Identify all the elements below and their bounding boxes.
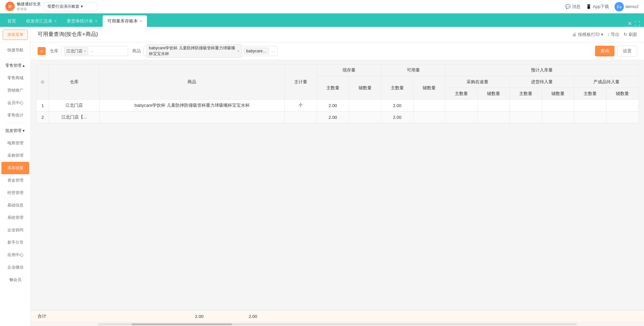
refresh-btn[interactable]: ↻ 刷新 bbox=[624, 32, 637, 38]
sidebar-item-enterprise-wechat[interactable]: 企业微信 bbox=[1, 261, 29, 274]
tab-home[interactable]: 首页 bbox=[3, 15, 21, 27]
sidebar-quick-nav-label: 快捷导航 bbox=[7, 48, 23, 52]
row1-index: 1 bbox=[37, 100, 49, 111]
retail-mgmt-label: 零售管理 bbox=[5, 63, 21, 68]
sidebar-item-basic-info[interactable]: 基础信息 bbox=[1, 199, 29, 212]
sidebar-item-retail-mgmt[interactable]: 零售管理 ▲ bbox=[1, 59, 29, 72]
row2-available-main: 2.00 bbox=[381, 111, 413, 123]
row1-ip-main bbox=[510, 100, 542, 111]
export-icon: ↑ bbox=[607, 32, 610, 37]
row1-ip-sub bbox=[542, 100, 574, 111]
row1-pp-main bbox=[574, 100, 606, 111]
row2-current-sub bbox=[349, 111, 381, 123]
sidebar-item-system-mgmt[interactable]: 系统管理 bbox=[1, 212, 29, 224]
sidebar-item-member-center[interactable]: 会员中心 bbox=[1, 97, 29, 109]
product-tag-1-value: babycare学饮杯 儿童防摔防撞吸管杯重力球吸嘴杯宝宝水杯 bbox=[149, 45, 236, 57]
tab-available-inventory[interactable]: 可用量库存账本 × bbox=[103, 15, 147, 27]
enterprise-wechat-label: 企业微信 bbox=[7, 265, 23, 270]
sidebar-item-quick-nav[interactable]: 快捷导航 bbox=[1, 44, 29, 56]
bottom-scrollbar[interactable] bbox=[31, 322, 644, 326]
sidebar-item-enterprise-collab[interactable]: 企业协同 bbox=[1, 224, 29, 236]
export-btn[interactable]: ↑ 导出 bbox=[607, 32, 620, 38]
wholesale-mgmt-label: 批发管理 bbox=[5, 128, 21, 134]
row2-warehouse: 江北门店【... bbox=[49, 111, 100, 123]
table-row: 2 江北门店【... 2.00 2.00 bbox=[37, 111, 639, 123]
product-filter-input[interactable]: babycare学饮杯 儿童防摔防撞吸管杯重力球吸嘴杯宝宝水杯 × babyca… bbox=[144, 46, 278, 56]
table-settings-icon[interactable]: ⚙ bbox=[41, 80, 45, 85]
username: demo2 bbox=[625, 4, 639, 9]
filter-actions: 查询 设置 bbox=[595, 46, 637, 56]
row1-current-main: 2.00 bbox=[317, 100, 349, 111]
row2-index: 2 bbox=[37, 111, 49, 123]
row1-main-unit: 个 bbox=[284, 100, 317, 111]
window-controls: ✕ ⛶ bbox=[628, 20, 644, 27]
scroll-thumb[interactable] bbox=[131, 323, 232, 325]
col-available-sub-header: 辅数量 bbox=[413, 76, 445, 100]
sidebar-item-retail-mall[interactable]: 零售商城 bbox=[1, 72, 29, 84]
col-ip-sub-header: 辅数量 bbox=[542, 88, 574, 100]
row1-current-sub bbox=[349, 100, 381, 111]
warehouse-dots[interactable]: ··· bbox=[90, 49, 94, 54]
row2-pp-sub bbox=[606, 111, 639, 123]
message-icon: 💬 bbox=[565, 4, 571, 9]
sidebar-item-app-center[interactable]: 应用中心 bbox=[1, 249, 29, 261]
logo-text: 畅捷通好生意 bbox=[17, 2, 41, 6]
sidebar-item-inventory[interactable]: 库存核算 bbox=[1, 162, 29, 174]
warehouse-tag: 江北门店 × bbox=[64, 47, 88, 55]
sidebar-item-retail-stats[interactable]: 零售统计 bbox=[1, 109, 29, 122]
tab-receive-summary[interactable]: 收发存汇总表 × bbox=[21, 15, 61, 27]
maximize-window-btn[interactable]: ⛶ bbox=[635, 21, 640, 27]
warehouse-filter-group: 仓库 江北门店 × ··· bbox=[50, 46, 128, 56]
content-area: 可用量查询(按仓库+商品) 🖨 按模板打印 ▾ ↑ 导出 ↻ 刷新 » bbox=[31, 27, 644, 326]
col-product-pending-header: 产成品待入量 bbox=[574, 76, 639, 88]
query-btn[interactable]: 查询 bbox=[595, 46, 614, 56]
tab-order-stats[interactable]: 要货单统计表 × bbox=[62, 15, 102, 27]
org-selector[interactable]: 母婴行业演示账套 ▾ bbox=[44, 2, 97, 11]
nav-tabs: 首页 收发存汇总表 × 要货单统计表 × 可用量库存账本 × ✕ ⛶ bbox=[0, 13, 644, 27]
warehouse-filter-input[interactable]: 江北门店 × ··· bbox=[61, 46, 128, 56]
expand-filter-btn[interactable]: » bbox=[38, 47, 46, 55]
tab-order-stats-close[interactable]: × bbox=[95, 19, 97, 24]
row2-current-main: 2.00 bbox=[317, 111, 349, 123]
product-filter-label: 商品 bbox=[132, 48, 141, 54]
footer-values: 2.00 2.00 bbox=[85, 314, 640, 319]
tab-receive-summary-label: 收发存汇总表 bbox=[26, 18, 52, 24]
finance-label: 资金管理 bbox=[7, 178, 23, 183]
table-row: 1 江北门店 babycare学饮杯 儿童防摔防撞吸管杯重力球吸嘴杯宝宝水杯 个… bbox=[37, 100, 639, 111]
tab-available-inventory-close[interactable]: × bbox=[140, 19, 142, 24]
avatar-text: Ea bbox=[617, 5, 622, 9]
sidebar-item-new-guide[interactable]: 新手引导 bbox=[1, 236, 29, 249]
print-icon: 🖨 bbox=[572, 32, 577, 37]
print-btn[interactable]: 🖨 按模板打印 ▾ bbox=[572, 32, 603, 38]
sidebar-item-finance[interactable]: 资金管理 bbox=[1, 174, 29, 187]
top-bar-left: 好 畅捷通好生意 标准版 母婴行业演示账套 ▾ bbox=[5, 2, 97, 11]
sidebar-item-marketing[interactable]: 营销推广 bbox=[1, 84, 29, 97]
product-tag-2-value: babycare… bbox=[246, 49, 267, 53]
tab-receive-summary-close[interactable]: × bbox=[54, 19, 57, 24]
product-dots[interactable]: ··· bbox=[271, 49, 275, 54]
retail-mgmt-arrow: ▲ bbox=[22, 64, 25, 67]
sidebar-item-wholesale-mgmt[interactable]: 批发管理 ▼ bbox=[1, 125, 29, 137]
close-window-btn[interactable]: ✕ bbox=[628, 20, 632, 27]
user-menu[interactable]: Ea demo2 bbox=[614, 2, 639, 11]
message-btn[interactable]: 💬 消息 bbox=[565, 4, 581, 10]
settings-btn[interactable]: 设置 bbox=[617, 46, 637, 56]
app-download-btn[interactable]: 📱 App下载 bbox=[586, 4, 609, 10]
warehouse-tag-remove[interactable]: × bbox=[84, 49, 86, 53]
sidebar-item-purchase-mgmt[interactable]: 采购管理 bbox=[1, 149, 29, 162]
logo-text-block: 畅捷通好生意 标准版 bbox=[17, 2, 41, 11]
logo-subtitle: 标准版 bbox=[17, 7, 41, 11]
operations-label: 经营管理 bbox=[7, 190, 23, 195]
row1-available-sub bbox=[413, 100, 445, 111]
product-tag-1-remove[interactable]: × bbox=[237, 49, 239, 53]
row2-ip-sub bbox=[542, 111, 574, 123]
search-menu-btn[interactable]: 搜索菜单 bbox=[3, 30, 28, 40]
print-arrow-icon: ▾ bbox=[601, 32, 603, 37]
sidebar-item-chang-member[interactable]: 畅会员 bbox=[1, 274, 29, 286]
sidebar-item-operations[interactable]: 经营管理 bbox=[1, 187, 29, 199]
warehouse-filter-label: 仓库 bbox=[50, 48, 58, 54]
system-mgmt-label: 系统管理 bbox=[7, 215, 23, 220]
avatar: Ea bbox=[614, 2, 624, 11]
sidebar-item-ecommerce[interactable]: 电商管理 bbox=[1, 137, 29, 149]
wholesale-mgmt-arrow: ▼ bbox=[22, 129, 25, 133]
